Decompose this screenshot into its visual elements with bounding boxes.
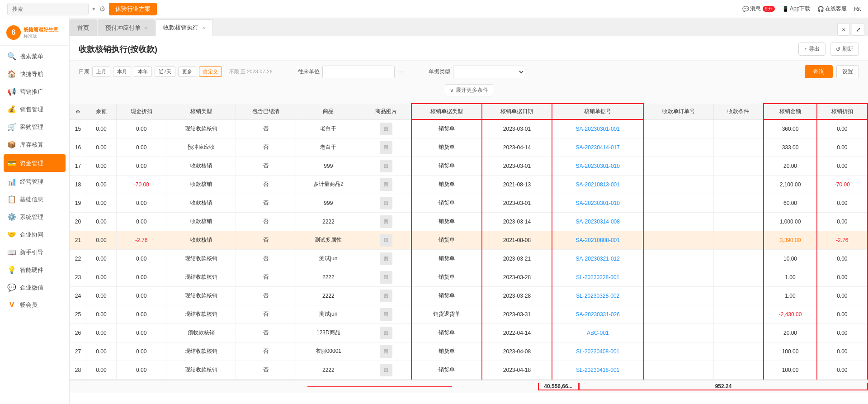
col-collect-order-no: 收款单订单号 [643,104,713,119]
page-content: 收款核销执行(按收款) ↑ 导出 ↺ 刷新 日期 [70,36,868,404]
col-product-img: 商品图片 [361,104,411,119]
sidebar-item-finance[interactable]: 💳 资金管理 [4,154,66,172]
table-container[interactable]: ⚙ 余额 现金折扣 核销类型 包含已结清 商品 商品图片 核销单据类型 核销单据… [70,103,868,404]
export-button[interactable]: ↑ 导出 [798,43,826,56]
cell-product-img: 图 [361,323,411,342]
counterparty-input[interactable] [322,66,395,78]
sidebar-item-purchase[interactable]: 🛒 采购管理 [0,118,69,136]
cell-product: 2222 [296,268,361,286]
date-btn-7days[interactable]: 近7天 [155,67,175,77]
writeoff-no-link[interactable]: SL-20230328-002 [576,293,619,299]
writeoff-no-link[interactable]: SA-20210808-001 [576,237,620,243]
cell-writeoff-no: SA-20230301-010 [552,157,643,175]
cell-include-closed: 否 [236,305,296,323]
page-header-actions: ↑ 导出 ↺ 刷新 [798,43,859,56]
writeoff-no-link[interactable]: SA-20230331-026 [576,311,620,318]
tab-collect[interactable]: 收款核销执行 × [156,19,212,36]
refresh-button[interactable]: ↺ 刷新 [830,43,859,56]
main-area: 首页 预付冲应付单 × 收款核销执行 × × ⤢ 收款核销执行(按收款) [70,18,868,404]
writeoff-no-link[interactable]: SA-20230314-008 [576,219,620,225]
tab-home[interactable]: 首页 [70,19,97,36]
sidebar-item-sales[interactable]: 💰 销售管理 [0,100,69,118]
sidebar-item-basic[interactable]: 📋 基础信息 [0,190,69,208]
sidebar-item-collab[interactable]: 🤝 企业协同 [0,226,69,243]
col-settings[interactable]: ⚙ [70,104,86,119]
tab-prepay[interactable]: 预付冲应付单 × [98,19,155,36]
cell-balance: 0.00 [86,305,117,323]
tab-maximize-button[interactable]: ⤢ [852,23,864,36]
writeoff-no-link[interactable]: SA-20230414-017 [576,144,620,151]
writeoff-no-link[interactable]: SA-20230321-012 [576,256,620,262]
search-icon: 🔍 [7,52,16,61]
cell-product-img: 图 [361,249,411,268]
query-button[interactable]: 查询 [805,65,833,78]
bill-type-select[interactable] [453,66,525,78]
cart-icon: 🛒 [7,123,16,131]
settings-icon[interactable]: ⚙ [99,5,105,13]
writeoff-no-link[interactable]: ABC-001 [587,330,609,336]
cell-include-closed: 否 [236,231,296,249]
cell-product: 2222 [296,286,361,305]
table-row: 20 0.00 0.00 收款核销 否 2222 图 销货单 2023-03-1… [70,212,868,231]
cell-balance: 0.00 [86,323,117,342]
date-btn-this-month[interactable]: 本月 [113,67,131,77]
expand-conditions-button[interactable]: ∨ 展开更多条件 [445,84,493,96]
search-input[interactable] [7,3,89,15]
cell-writeoff-bill-type: 销货单 [411,361,482,379]
cell-collect-order-no [643,286,713,305]
date-btn-this-year[interactable]: 本年 [134,67,152,77]
cell-write-off-type: 现结收款核销 [166,361,236,379]
tab-bar: 首页 预付冲应付单 × 收款核销执行 × × ⤢ [70,18,868,36]
sidebar-item-search[interactable]: 🔍 搜索菜单 [0,48,69,65]
sidebar-item-newguide[interactable]: 📖 新手引导 [0,243,69,261]
cell-write-off-type: 现结收款核销 [166,305,236,323]
date-btn-more[interactable]: 更多 [178,67,196,77]
sidebar-item-member[interactable]: V 畅会员 [0,296,69,314]
cell-collect-condition [713,286,764,305]
cell-product: 2222 [296,361,361,379]
writeoff-no-link[interactable]: SA-20230301-010 [576,163,620,169]
tab-prepay-close[interactable]: × [144,25,147,31]
cell-writeoff-no: SA-20230321-012 [552,249,643,268]
date-btn-last-month[interactable]: 上月 [92,67,110,77]
online-service-link[interactable]: 🎧 在线客服 [817,5,847,13]
cell-include-closed: 否 [236,138,296,157]
column-settings-icon[interactable]: ⚙ [75,109,80,115]
tab-close-all-button[interactable]: × [837,23,850,36]
cell-cash-discount: 0.00 [117,157,166,175]
solution-button[interactable]: 休验行业方案 [109,3,157,15]
writeoff-no-link[interactable]: SL-20230328-001 [576,274,619,280]
sidebar-item-hardware[interactable]: 💡 智能硬件 [0,261,69,279]
writeoff-no-link[interactable]: SA-20230301-001 [576,126,620,132]
cell-balance: 0.00 [86,194,117,212]
writeoff-no-link[interactable]: SA-20230301-010 [576,200,620,206]
cell-writeoff-discount: 0.00 [817,361,868,379]
filter-item-bill-type: 单据类型 [429,66,525,78]
refresh-icon: ↺ [836,46,840,52]
date-btn-custom[interactable]: 自定义 [199,67,222,77]
sidebar-item-quicknav[interactable]: 🏠 快捷导航 [0,65,69,83]
cell-writeoff-no: SA-20230301-010 [552,194,643,212]
cell-product-img: 图 [361,342,411,361]
tab-collect-close[interactable]: × [202,25,205,30]
user-name[interactable]: Rit [854,6,861,12]
sidebar-item-inventory[interactable]: 📦 库存核算 [0,136,69,153]
cell-collect-condition [713,157,764,175]
settings-button[interactable]: 设置 [836,65,859,78]
notification-area[interactable]: 💬 消息 99+ [742,5,775,13]
sidebar-item-system[interactable]: ⚙️ 系统管理 [0,208,69,226]
cell-product: 999 [296,194,361,212]
writeoff-no-link[interactable]: SL-20230418-001 [576,367,619,373]
cell-collect-condition [713,305,764,323]
sidebar-item-marketing[interactable]: 📢 营销推广 [0,83,69,100]
writeoff-no-link[interactable]: SL-20230408-001 [576,348,619,355]
cell-writeoff-bill-type: 销货单 [411,286,482,305]
app-download-link[interactable]: 📱 App下载 [782,5,810,13]
sidebar-item-business[interactable]: 📊 经营管理 [0,173,69,190]
writeoff-no-link[interactable]: SA-20210813-001 [576,181,620,188]
cell-id: 25 [70,305,86,323]
bulb-icon: 💡 [7,266,16,274]
sidebar-item-wechat[interactable]: 💬 企业微信 [0,279,69,296]
dropdown-icon[interactable]: ▾ [92,5,95,12]
cell-collect-condition [713,249,764,268]
